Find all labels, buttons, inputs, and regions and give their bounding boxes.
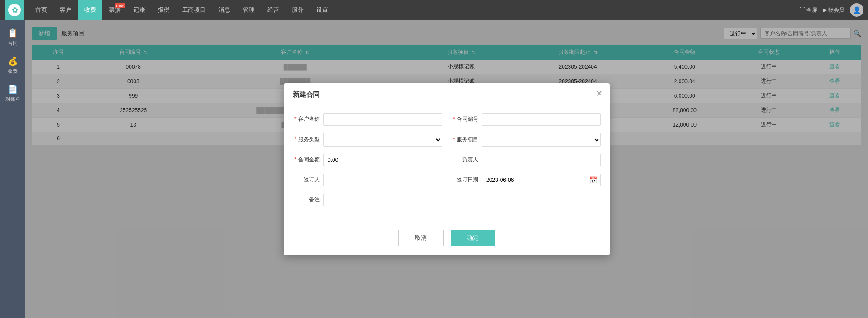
fullscreen-icon: ⛶ bbox=[800, 7, 805, 13]
service-item-select[interactable] bbox=[482, 133, 601, 147]
service-item-label: 服务项目 bbox=[451, 136, 478, 143]
fullscreen-button[interactable]: ⛶ 全屏 bbox=[800, 6, 817, 14]
form-group-placeholder bbox=[451, 194, 601, 206]
form-group-signer: 签订人 bbox=[293, 174, 442, 186]
nav-item-tax[interactable]: 报税 bbox=[151, 0, 176, 20]
form-row-2: 服务类型 服务项目 bbox=[293, 133, 601, 147]
responsible-label: 负责人 bbox=[451, 156, 478, 164]
nav-right: ⛶ 全屏 ▶ 畅会员 👤 bbox=[800, 3, 863, 17]
modal-body: 客户名称 合同编号 服务类型 bbox=[284, 104, 610, 223]
form-group-customer: 客户名称 bbox=[293, 113, 442, 126]
nav-item-services[interactable]: 服务 bbox=[285, 0, 310, 20]
form-group-service-type: 服务类型 bbox=[293, 133, 442, 147]
nav-item-messages[interactable]: 消息 bbox=[212, 0, 236, 20]
contract-amount-label: 合同金额 bbox=[293, 156, 320, 164]
nav-item-manage[interactable]: 管理 bbox=[236, 0, 261, 20]
cancel-button[interactable]: 取消 bbox=[398, 230, 444, 246]
nav-item-operations[interactable]: 经营 bbox=[261, 0, 285, 20]
nav-item-home[interactable]: 首页 bbox=[29, 0, 53, 20]
signer-label: 签订人 bbox=[293, 176, 320, 184]
customer-name-input[interactable] bbox=[323, 113, 442, 126]
confirm-button[interactable]: 确定 bbox=[451, 230, 495, 246]
nav-item-fees[interactable]: 收费 bbox=[78, 0, 102, 20]
form-group-remark: 备注 bbox=[293, 194, 442, 206]
signer-input[interactable] bbox=[323, 174, 442, 186]
fees-icon: 💰 bbox=[8, 56, 18, 66]
calendar-icon[interactable]: 📅 bbox=[589, 176, 597, 184]
service-type-label: 服务类型 bbox=[293, 136, 320, 143]
sign-date-label: 签订日期 bbox=[451, 176, 478, 184]
sidebar-item-contract[interactable]: 📋 合同 bbox=[1, 24, 24, 50]
sidebar: 📋 合同 💰 收费 📄 对账单 bbox=[0, 20, 25, 318]
contract-amount-input[interactable] bbox=[323, 154, 442, 166]
top-nav: ✿ 首页 客户 收费 票据 new 记账 报税 工商项目 消息 管理 经营 服务… bbox=[0, 0, 868, 20]
sidebar-item-fees[interactable]: 💰 收费 bbox=[1, 52, 24, 78]
form-row-4: 签订人 签订日期 📅 bbox=[293, 174, 601, 186]
remark-label: 备注 bbox=[293, 196, 320, 204]
modal-title: 新建合同 bbox=[284, 83, 610, 104]
form-group-responsible: 负责人 bbox=[451, 154, 601, 166]
form-group-service-item: 服务项目 bbox=[451, 133, 601, 147]
form-row-1: 客户名称 合同编号 bbox=[293, 113, 601, 126]
responsible-input[interactable] bbox=[482, 154, 601, 166]
modal-create-contract: 新建合同 ✕ 客户名称 合同编号 bbox=[284, 83, 610, 255]
modal-footer: 取消 确定 bbox=[284, 223, 610, 255]
logo-icon: ✿ bbox=[8, 4, 21, 16]
nav-item-bookkeeping[interactable]: 记账 bbox=[127, 0, 151, 20]
member-button[interactable]: ▶ 畅会员 bbox=[823, 6, 844, 14]
service-type-select[interactable] bbox=[323, 133, 442, 147]
reconciliation-icon: 📄 bbox=[8, 84, 18, 94]
contract-no-label: 合同编号 bbox=[451, 115, 478, 123]
modal-overlay[interactable]: 新建合同 ✕ 客户名称 合同编号 bbox=[25, 20, 868, 318]
form-row-3: 合同金额 负责人 bbox=[293, 154, 601, 166]
avatar[interactable]: 👤 bbox=[850, 3, 863, 17]
main-layout: 📋 合同 💰 收费 📄 对账单 新增 服务项目 进行中 已完成 已终止 � bbox=[0, 20, 868, 318]
nav-item-settings[interactable]: 设置 bbox=[310, 0, 334, 20]
remark-input[interactable] bbox=[323, 194, 442, 206]
form-group-sign-date: 签订日期 📅 bbox=[451, 174, 601, 186]
nav-item-customer[interactable]: 客户 bbox=[53, 0, 78, 20]
modal-close-button[interactable]: ✕ bbox=[596, 89, 603, 99]
nav-item-bills[interactable]: 票据 new bbox=[102, 0, 127, 20]
contract-icon: 📋 bbox=[8, 28, 18, 38]
form-group-amount: 合同金额 bbox=[293, 154, 442, 166]
sign-date-wrapper: 📅 bbox=[482, 174, 601, 186]
contract-no-input[interactable] bbox=[482, 113, 601, 126]
form-group-contract-no: 合同编号 bbox=[451, 113, 601, 126]
content-area: 新增 服务项目 进行中 已完成 已终止 🔍 序号 合同编号 ⇅ 客户名称 ⇅ 服… bbox=[25, 20, 868, 318]
new-badge: new bbox=[115, 3, 125, 8]
play-icon: ▶ bbox=[823, 7, 827, 13]
form-row-5: 备注 bbox=[293, 194, 601, 206]
logo: ✿ bbox=[5, 0, 24, 20]
sign-date-input[interactable] bbox=[482, 174, 601, 186]
customer-name-label: 客户名称 bbox=[293, 115, 320, 123]
sidebar-item-reconciliation[interactable]: 📄 对账单 bbox=[1, 81, 24, 106]
nav-item-business[interactable]: 工商项目 bbox=[176, 0, 212, 20]
